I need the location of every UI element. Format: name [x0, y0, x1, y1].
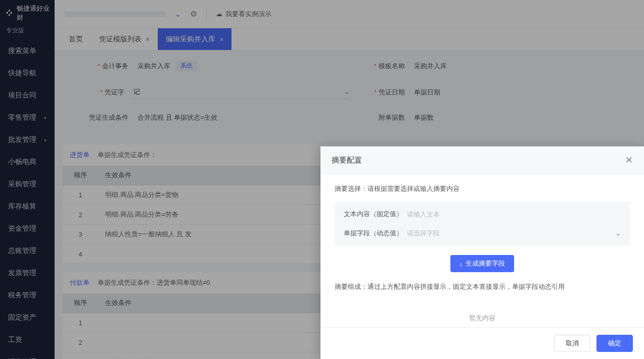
summary-config-modal: 摘要配置 ✕ 摘要选择：请根据需要选择或输入摘要内容 文本内容（固定值） 单据字… — [320, 146, 644, 359]
modal-hint: 摘要选择：请根据需要选择或输入摘要内容 — [335, 184, 630, 193]
close-icon[interactable]: ✕ — [625, 155, 633, 166]
dynamic-field-placeholder: 请选择字段 — [407, 229, 440, 238]
modal-title: 摘要配置 — [332, 156, 362, 165]
text-input[interactable] — [407, 211, 621, 218]
modal-fields: 文本内容（固定值） 单据字段（动态值） 请选择字段 ⌄ — [335, 201, 630, 246]
dynamic-field-label: 单据字段（动态值） — [344, 229, 403, 238]
chevron-down-icon: ⌄ — [616, 230, 621, 237]
cancel-button[interactable]: 取消 — [554, 335, 590, 352]
empty-state: 暂无内容 — [335, 301, 630, 327]
dynamic-field-select[interactable]: 请选择字段 ⌄ — [407, 229, 621, 238]
text-field-label: 文本内容（固定值） — [344, 210, 403, 219]
download-icon: ↓ — [459, 260, 463, 268]
compose-hint: 摘要组成：通过上方配置内容拼接显示，固定文本直接显示，单据字段动态引用 — [335, 282, 630, 291]
ok-button[interactable]: 确定 — [596, 335, 633, 352]
generate-summary-button[interactable]: ↓ 生成摘要字段 — [450, 255, 515, 272]
